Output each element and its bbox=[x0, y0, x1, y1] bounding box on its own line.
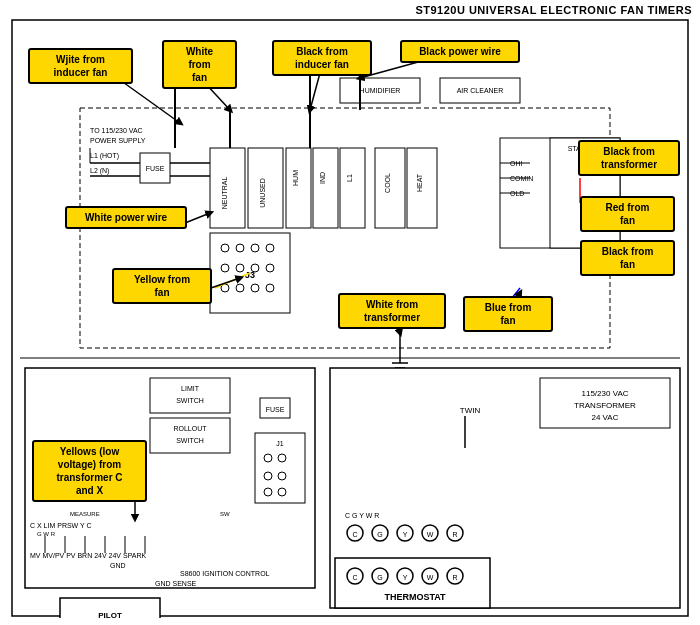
svg-text:L1 (HOT): L1 (HOT) bbox=[90, 152, 119, 160]
svg-point-56 bbox=[236, 284, 244, 292]
svg-text:POWER SUPPLY: POWER SUPPLY bbox=[90, 137, 146, 144]
svg-point-53 bbox=[251, 264, 259, 272]
svg-text:LIMIT: LIMIT bbox=[181, 385, 200, 392]
svg-point-48 bbox=[236, 244, 244, 252]
svg-text:TO 115/230 VAC: TO 115/230 VAC bbox=[90, 127, 143, 134]
page-title: ST9120U UNIVERSAL ELECTRONIC FAN TIMERS bbox=[415, 4, 692, 16]
svg-text:SWITCH: SWITCH bbox=[176, 437, 204, 444]
svg-text:TWIN: TWIN bbox=[460, 406, 481, 415]
svg-point-75 bbox=[264, 454, 272, 462]
svg-text:FUSE: FUSE bbox=[146, 165, 165, 172]
svg-text:PILOT: PILOT bbox=[98, 611, 122, 618]
label-black-inducer-fan: Black frominducer fan bbox=[272, 40, 372, 76]
svg-point-47 bbox=[221, 244, 229, 252]
svg-text:C: C bbox=[352, 531, 357, 538]
svg-text:SWITCH: SWITCH bbox=[176, 397, 204, 404]
svg-text:C   G   Y   W   R: C G Y W R bbox=[345, 512, 379, 519]
svg-text:NEUTRAL: NEUTRAL bbox=[221, 177, 228, 210]
svg-rect-21 bbox=[313, 148, 338, 228]
svg-text:AIR CLEANER: AIR CLEANER bbox=[457, 87, 504, 94]
svg-point-49 bbox=[251, 244, 259, 252]
svg-point-50 bbox=[266, 244, 274, 252]
svg-text:Y: Y bbox=[403, 574, 408, 581]
svg-text:TRANSFORMER: TRANSFORMER bbox=[574, 401, 636, 410]
svg-text:IND: IND bbox=[319, 172, 326, 184]
svg-text:ROLLOUT: ROLLOUT bbox=[173, 425, 207, 432]
svg-point-58 bbox=[266, 284, 274, 292]
svg-point-76 bbox=[278, 454, 286, 462]
svg-text:R: R bbox=[452, 574, 457, 581]
svg-rect-65 bbox=[150, 378, 230, 413]
svg-text:UNUSED: UNUSED bbox=[259, 178, 266, 208]
label-yellow-from-fan: Yellow fromfan bbox=[112, 268, 212, 304]
svg-text:R: R bbox=[452, 531, 457, 538]
label-wjite-inducer-fan: Wjite frominducer fan bbox=[28, 48, 133, 84]
svg-text:THERMOSTAT: THERMOSTAT bbox=[384, 592, 446, 602]
svg-rect-68 bbox=[150, 418, 230, 453]
svg-text:24 VAC: 24 VAC bbox=[592, 413, 619, 422]
svg-point-78 bbox=[278, 472, 286, 480]
svg-text:C: C bbox=[352, 574, 357, 581]
svg-text:FUSE: FUSE bbox=[266, 406, 285, 413]
svg-text:HEAT: HEAT bbox=[416, 173, 423, 192]
svg-point-57 bbox=[251, 284, 259, 292]
page-container: ST9120U UNIVERSAL ELECTRONIC FAN TIMERS … bbox=[0, 0, 700, 625]
svg-text:S8600 IGNITION CONTROL: S8600 IGNITION CONTROL bbox=[180, 570, 270, 577]
svg-text:MEASURE: MEASURE bbox=[70, 511, 100, 517]
svg-text:G   W   R: G W R bbox=[37, 531, 56, 537]
svg-text:C   X  LIM  PRSW  Y   C: C X LIM PRSW Y C bbox=[30, 522, 92, 529]
svg-point-54 bbox=[266, 264, 274, 272]
svg-text:L2 (N): L2 (N) bbox=[90, 167, 109, 175]
svg-text:G: G bbox=[377, 531, 382, 538]
svg-rect-19 bbox=[286, 148, 311, 228]
svg-text:SW: SW bbox=[220, 511, 230, 517]
label-black-from-fan: Black fromfan bbox=[580, 240, 675, 276]
svg-text:HUMIDIFIER: HUMIDIFIER bbox=[360, 87, 401, 94]
label-black-from-transformer: Black fromtransformer bbox=[578, 140, 680, 176]
svg-text:115/230 VAC: 115/230 VAC bbox=[582, 389, 629, 398]
svg-text:MV  MV/PV  PV   BRN   24V  24V: MV MV/PV PV BRN 24V 24V SPARK bbox=[30, 552, 147, 559]
svg-text:GND          SENSE: GND SENSE bbox=[155, 580, 197, 587]
svg-rect-23 bbox=[340, 148, 365, 228]
svg-text:Y: Y bbox=[403, 531, 408, 538]
svg-point-80 bbox=[278, 488, 286, 496]
svg-point-77 bbox=[264, 472, 272, 480]
label-blue-from-fan: Blue fromfan bbox=[463, 296, 553, 332]
label-yellows-low-voltage: Yellows (lowvoltage) fromtransformer Can… bbox=[32, 440, 147, 502]
label-white-from-transformer: White fromtransformer bbox=[338, 293, 446, 329]
label-white-power-wire: White power wire bbox=[65, 206, 187, 229]
svg-text:G: G bbox=[377, 574, 382, 581]
svg-text:W: W bbox=[427, 531, 434, 538]
label-white-from-fan: Whitefromfan bbox=[162, 40, 237, 89]
svg-point-52 bbox=[236, 264, 244, 272]
svg-text:W: W bbox=[427, 574, 434, 581]
label-black-power-wire: Black power wire bbox=[400, 40, 520, 63]
svg-text:J1: J1 bbox=[276, 440, 284, 447]
svg-point-79 bbox=[264, 488, 272, 496]
svg-point-51 bbox=[221, 264, 229, 272]
diagram-area: HUMIDIFIER AIR CLEANER TO 115/230 VAC PO… bbox=[10, 18, 690, 618]
svg-text:COOL: COOL bbox=[384, 173, 391, 193]
svg-text:HUM: HUM bbox=[292, 170, 299, 186]
svg-text:GND: GND bbox=[110, 562, 126, 569]
label-red-from-fan: Red fromfan bbox=[580, 196, 675, 232]
svg-text:L1: L1 bbox=[346, 174, 353, 182]
